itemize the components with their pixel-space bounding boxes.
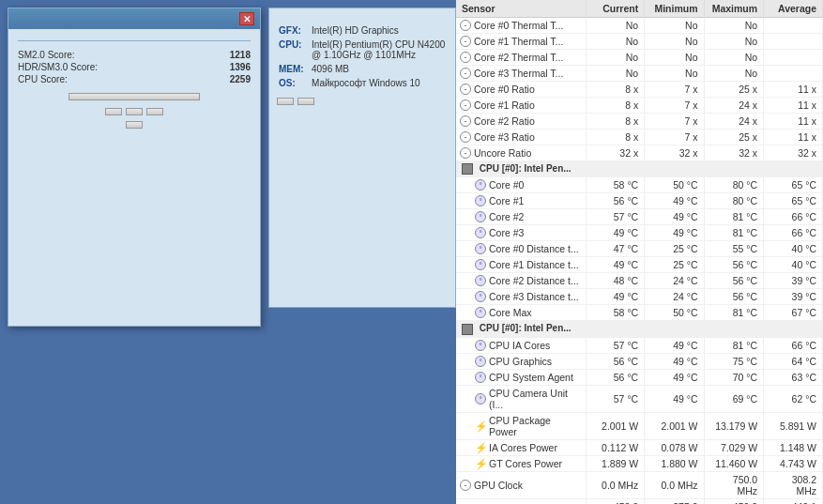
sensor-maximum: 11.460 W — [704, 455, 764, 471]
to-excel-button[interactable] — [126, 108, 143, 115]
sensor-maximum: No — [704, 50, 764, 66]
temp-icon: ° — [475, 211, 486, 222]
table-row: - Core #3 Thermal T... No No No — [456, 66, 823, 82]
save-button[interactable] — [146, 108, 163, 115]
score-row-value: 1396 — [203, 61, 251, 73]
sensor-average — [764, 66, 823, 82]
sensor-minimum: 49 °C — [645, 369, 704, 385]
temp-icon: ° — [475, 179, 486, 191]
minus-icon: - — [460, 99, 471, 111]
minus-icon: - — [460, 131, 471, 143]
score-row-value: 1218 — [203, 49, 251, 61]
dialog-titlebar: ✕ — [8, 8, 260, 29]
table-row: - Core #0 Thermal T... No No No — [456, 18, 823, 34]
details-button[interactable] — [105, 108, 122, 115]
sensor-minimum: 7 x — [645, 130, 704, 145]
table-row: ° Core #0 Distance t... 47 °C 25 °C 55 °… — [456, 241, 823, 257]
sensor-name: - Core #1 Thermal T... — [456, 34, 586, 50]
sensor-minimum: 0.078 W — [645, 439, 704, 455]
sensor-minimum: No — [645, 50, 704, 66]
table-row: - Core #3 Ratio 8 x 7 x 25 x 11 x — [456, 130, 823, 145]
sensor-current: No — [586, 66, 645, 82]
close-icon[interactable]: ✕ — [239, 12, 254, 25]
submit-button[interactable] — [69, 93, 200, 100]
sensor-minimum: 24 °C — [645, 273, 704, 289]
sensor-name: - Core #0 Thermal T... — [456, 18, 586, 34]
graphs-button[interactable] — [277, 98, 294, 105]
sensor-current: 58 °C — [586, 177, 645, 193]
sensor-minimum: 24 °C — [645, 289, 704, 305]
sensor-maximum: 32 x — [704, 145, 764, 161]
sensor-maximum: 55 °C — [704, 241, 764, 257]
minus-icon: - — [460, 480, 471, 491]
system-row: OS:Майкрософт Windows 10 — [277, 76, 448, 90]
system-row-label: MEM: — [277, 62, 310, 76]
table-row: - Core #1 Ratio 8 x 7 x 24 x 11 x — [456, 98, 823, 114]
sensor-maximum: No — [704, 66, 764, 82]
col-maximum: Maximum — [704, 0, 764, 18]
minus-icon: - — [460, 115, 471, 127]
sensor-average: 67 °C — [764, 305, 823, 321]
system-row-value: 4096 MB — [310, 62, 448, 76]
sensor-average — [764, 50, 823, 66]
sensor-current: 58 °C — [586, 305, 645, 321]
sensor-name: ⚡ GT Cores Power — [456, 455, 586, 471]
sensor-current: 8 x — [586, 130, 645, 145]
minus-icon: - — [460, 52, 471, 63]
col-current: Current — [586, 0, 645, 18]
sensor-average: 66 °C — [764, 225, 823, 241]
sensor-average: 1.148 W — [764, 439, 823, 455]
sensor-average: 308.2 MHz — [764, 471, 823, 498]
table-row: ° Core #0 58 °C 50 °C 80 °C 65 °C — [456, 177, 823, 193]
sensor-name: ° Core #3 Distance t... — [456, 289, 586, 305]
temp-icon: ° — [475, 243, 486, 254]
sensor-minimum: 2.001 W — [645, 412, 704, 439]
sensor-minimum: No — [645, 18, 704, 34]
sensor-current: 49 °C — [586, 289, 645, 305]
table-row: ⚡ IA Cores Power 0.112 W 0.078 W 7.029 W… — [456, 439, 823, 455]
table-row: ° CPU Graphics 56 °C 49 °C 75 °C 64 °C — [456, 353, 823, 369]
table-row: - Core #2 Thermal T... No No No — [456, 50, 823, 66]
col-sensor: Sensor — [456, 0, 586, 18]
flame-icon: ⚡ — [475, 458, 486, 469]
sensor-current: No — [586, 50, 645, 66]
sensor-panel: Sensor Current Minimum Maximum Average -… — [456, 0, 823, 504]
table-row: ° Core #1 Distance t... 49 °C 25 °C 56 °… — [456, 257, 823, 273]
sensor-maximum: 81 °C — [704, 209, 764, 225]
sensor-maximum: 56 °C — [704, 273, 764, 289]
system-details-button[interactable] — [297, 98, 314, 105]
col-minimum: Minimum — [645, 0, 704, 18]
table-row: ° Core #2 57 °C 49 °C 81 °C 66 °C — [456, 209, 823, 225]
score-row: HDR/SM3.0 Score:1396 — [18, 61, 251, 73]
sensor-average: 66 °C — [764, 337, 823, 353]
sensor-maximum: 75 °C — [704, 353, 764, 369]
sensor-current: 56 °C — [586, 353, 645, 369]
sensor-maximum: 750.0 MHz — [704, 471, 764, 498]
minus-icon: - — [460, 36, 471, 47]
table-row: ° CPU IA Cores 57 °C 49 °C 81 °C 66 °C — [456, 337, 823, 353]
sensor-average: 64 °C — [764, 353, 823, 369]
sensor-maximum: 70 °C — [704, 369, 764, 385]
sensor-name: - Core #0 Ratio — [456, 82, 586, 98]
sensor-current: 450.0 MHz — [586, 498, 645, 504]
table-row: ° CPU Camera Unit (I... 57 °C 49 °C 69 °… — [456, 385, 823, 412]
sensor-name: ° Core #3 — [456, 225, 586, 241]
sensor-maximum: 7.029 W — [704, 439, 764, 455]
sensor-maximum: 80 °C — [704, 193, 764, 209]
sensor-average: 40 °C — [764, 257, 823, 273]
close-button[interactable] — [126, 121, 143, 129]
sensor-maximum: 25 x — [704, 130, 764, 145]
table-row: - Core #2 Ratio 8 x 7 x 24 x 11 x — [456, 114, 823, 130]
sensor-average: 65 °C — [764, 193, 823, 209]
flame-icon: ⚡ — [475, 420, 486, 432]
sensor-minimum: 49 °C — [645, 209, 704, 225]
sensor-current: 48 °C — [586, 273, 645, 289]
sensor-current: 8 x — [586, 114, 645, 130]
sensor-minimum: 49 °C — [645, 225, 704, 241]
sensor-minimum: 25 °C — [645, 241, 704, 257]
sensor-current: 47 °C — [586, 241, 645, 257]
sensor-current: 2.001 W — [586, 412, 645, 439]
sensor-maximum: 13.179 W — [704, 412, 764, 439]
sensor-maximum: 24 x — [704, 98, 764, 114]
score-row-label: HDR/SM3.0 Score: — [18, 61, 203, 73]
